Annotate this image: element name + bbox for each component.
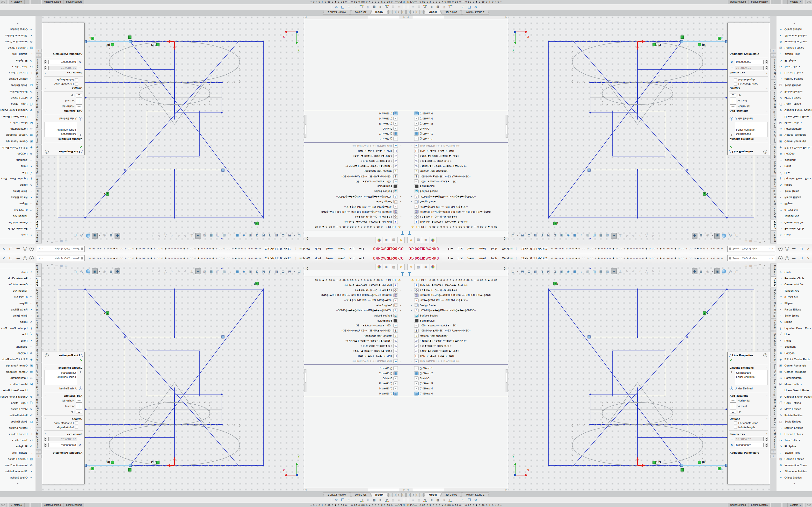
checkbox[interactable] [75, 426, 78, 429]
bottom-toolbar-icon[interactable]: ⚙ [472, 5, 479, 10]
search-input[interactable] [44, 257, 80, 260]
tree-item[interactable]: Σ ○ƐSИN◎∘♣AU¤ЗƐ○∘○ƐЗ¤UA♣∘◎NИSƐ○ [304, 174, 406, 179]
sketch-tool[interactable]: ◠ 3 Point Arc [0, 207, 36, 213]
sketch-tool[interactable]: ⊦ Extend Entities [776, 70, 812, 76]
tree-filter-bar[interactable] [304, 270, 406, 276]
tab-overflow-icon[interactable]: ⋮ [36, 450, 42, 454]
sketch-tool[interactable]: ◠ 3 Point Arc [0, 294, 36, 300]
tree-sketch-item[interactable]: ⌐ Sketch3 [406, 376, 508, 381]
add-relation-row[interactable]: ⚓ Fix [728, 409, 770, 414]
bottom-toolbar-icon[interactable]: ≡ [377, 497, 384, 503]
menu-item[interactable]: Insert [324, 256, 336, 261]
sketch-tool[interactable]: ▪ Point [776, 163, 812, 169]
commandmanager-tab[interactable]: Sketch [770, 276, 776, 287]
menu-item[interactable]: View [465, 246, 476, 251]
sketch-tool[interactable]: ⊛ Circular Sketch Pattern [0, 394, 36, 400]
menu-item[interactable]: Tools [488, 246, 500, 251]
add-relation-row[interactable]: ⚓ Fix [728, 93, 770, 98]
scroll-right-icon[interactable]: ▶ [304, 16, 307, 18]
tree-root-item[interactable]: ⬗ TЯPDL2. ⊙ ЗƐ ⊙ Ɯ ⊙ ⊙ ⊙ ♣ ⊙ ƆC ⊙ ЗƐ ⊙ ∔… [406, 225, 508, 230]
spin-up[interactable] [44, 443, 47, 445]
commandmanager-tab[interactable]: Surfaces [36, 288, 42, 300]
panel-expand-icon[interactable]: ❯ [503, 267, 506, 270]
tree-item[interactable]: ◔ ○ƐS♟◎ƐSИЗƐƐS○∘○SƐƐЗИSƐ◎♟SƐ○ [304, 204, 406, 209]
close-button[interactable]: ✕ [805, 247, 812, 250]
tree-item[interactable]: ≡ Material <not specified> [304, 169, 406, 174]
document-tab[interactable]: Model [424, 492, 441, 497]
sketch-tool[interactable]: ▱ Parallelogram [776, 126, 812, 132]
bottom-toolbar-icon[interactable]: ◔ [352, 5, 358, 10]
tree-root-item[interactable]: ⬗ TЯPDL2. ⊙ ЗƐ ⊙ Ɯ ⊙ ⊙ ⊙ ♣ ⊙ ƆC ⊙ ЗƐ ⊙ ∔… [304, 225, 406, 230]
sketch-tool[interactable]: ❐ Copy Entities [776, 101, 812, 107]
checkbox[interactable] [75, 421, 78, 425]
help-icon[interactable]: ? [23, 256, 27, 260]
bottom-toolbar-icon[interactable]: ⇅ [365, 5, 371, 10]
spinner[interactable] [44, 66, 47, 70]
featuremanager-tab[interactable] [429, 237, 437, 243]
menu-item[interactable]: File [357, 256, 366, 261]
bottom-toolbar-icon[interactable]: ❐ [466, 497, 472, 503]
add-relation-row[interactable]: │ Vertical [728, 98, 770, 104]
spinner[interactable] [44, 437, 47, 441]
sketch-tool[interactable]: ⊦ Extend Entities [0, 431, 36, 437]
sketch-tool[interactable]: ◌ Perimeter Circle [0, 275, 36, 282]
menu-item[interactable]: Edit [347, 246, 357, 251]
sketch-tool[interactable]: ◝ Tangent Arc [776, 213, 812, 219]
dimension-109-left[interactable]: = 109 [653, 43, 661, 47]
search-box[interactable]: ▣ ⌕ ▾ [37, 246, 85, 252]
close-button[interactable]: ✕ [805, 257, 812, 260]
relation-badge[interactable]: ⊿ 3 [703, 312, 708, 315]
bottom-toolbar-icon[interactable]: ▤ [390, 497, 396, 503]
mbd-tag-icon[interactable] [1, 1, 5, 3]
tree-sketch-item[interactable]: ▦ (-) Sketch2 [304, 131, 406, 136]
parameters-header[interactable]: Parameters ⌃ [42, 432, 84, 436]
minimize-button[interactable]: — [14, 247, 22, 250]
tree-item[interactable]: ▸ A ○ƐSИN◎∘♣A♣◎ИNʌ○∘○ʌNИ◎♣A♣∘◎NИSƐ○ [304, 308, 406, 313]
sketch-tool[interactable]: ⌐ Offset Entities [0, 474, 36, 481]
tree-item[interactable]: ≡ Material <not specified> [304, 333, 406, 338]
tab-nav-button[interactable]: ▶| [419, 10, 424, 14]
commandmanager-tab[interactable]: Markup [770, 79, 776, 90]
sketch-tool[interactable]: ⊛ Circular Sketch Pattern [776, 394, 812, 400]
scrollbar-thumb[interactable] [506, 373, 507, 383]
sketch-tool[interactable]: ▧ Convert Entities [0, 456, 36, 462]
commandmanager-tab[interactable]: Evaluate [770, 319, 776, 331]
bottom-toolbar-icon[interactable]: ✎ [384, 5, 390, 10]
commandmanager-tab[interactable]: Mold Tools [36, 130, 42, 144]
commandmanager-tab[interactable]: Direct Editing [770, 189, 776, 206]
tree-sketch-item[interactable]: ⌐ (-) Sketch1 [304, 365, 406, 371]
tree-vertical-scrollbar[interactable] [506, 115, 508, 137]
relation-badge[interactable]: ⊿ 3 [553, 222, 558, 225]
doc-window-button[interactable]: — [55, 264, 58, 267]
sketch-tool[interactable]: ◈ 3 Point Center Recta... [776, 145, 812, 151]
scrollbar-thumb[interactable] [413, 488, 444, 491]
bottom-toolbar-icon[interactable]: ∞ [396, 5, 402, 10]
menu-item[interactable]: Tools [312, 256, 324, 261]
tree-item[interactable]: ▸ ❏ Design Binder [304, 303, 406, 308]
commandmanager-tab[interactable]: Mesh Modeling [770, 378, 776, 397]
bottom-toolbar-icon[interactable]: ❐ [466, 5, 472, 10]
tree-sketch-item[interactable]: ⌐ Sketch3 [304, 126, 406, 131]
additional-parameters-header[interactable]: Additional Parameters ⌄ [42, 450, 84, 455]
relation-entry[interactable]: Equal length109 [45, 375, 76, 379]
bottom-toolbar-icon[interactable]: ▤ [390, 5, 396, 10]
search-dropdown-icon[interactable]: ▾ [38, 257, 41, 260]
bottom-toolbar-icon[interactable]: ⚙ [472, 497, 479, 503]
relation-entry[interactable]: Collinear108 [736, 132, 767, 136]
expand-icon[interactable]: ▸ [411, 289, 414, 291]
sketch-tool[interactable]: ◔ Centerpoint Arc [0, 282, 36, 288]
tree-item[interactable]: ▱ ○♣ИN◎♟∔○⊛◉I○∘○I◉⊛○∔♟◎NИ♣○ [406, 164, 508, 169]
sketch-tool[interactable]: ◝ Tangent Arc [776, 288, 812, 294]
sketch-tool[interactable]: ↗ Move Entities [776, 406, 812, 412]
options-header[interactable]: Options ⌃ [728, 416, 770, 421]
tree-item[interactable]: ▸ ◷ ○∧♟◎♣ƐS∘ҫ○∘○ҫ∘SƐ♣◎♟∧○ [304, 288, 406, 293]
sketch-tool[interactable]: ∿ Spline [0, 182, 36, 188]
bottom-toolbar-icon[interactable]: ⚙ [333, 497, 340, 503]
tree-filter-bar[interactable] [406, 231, 508, 237]
bottom-toolbar-icon[interactable]: ◷ [346, 497, 352, 503]
spin-down[interactable] [44, 439, 47, 442]
doc-window-button[interactable]: ✕ [763, 240, 766, 243]
featuremanager-tab[interactable]: ❖ [407, 237, 415, 243]
tree-item[interactable]: ≡ Material <not specified> [406, 169, 508, 174]
tab-overflow-icon[interactable]: ⋮ [770, 450, 776, 454]
